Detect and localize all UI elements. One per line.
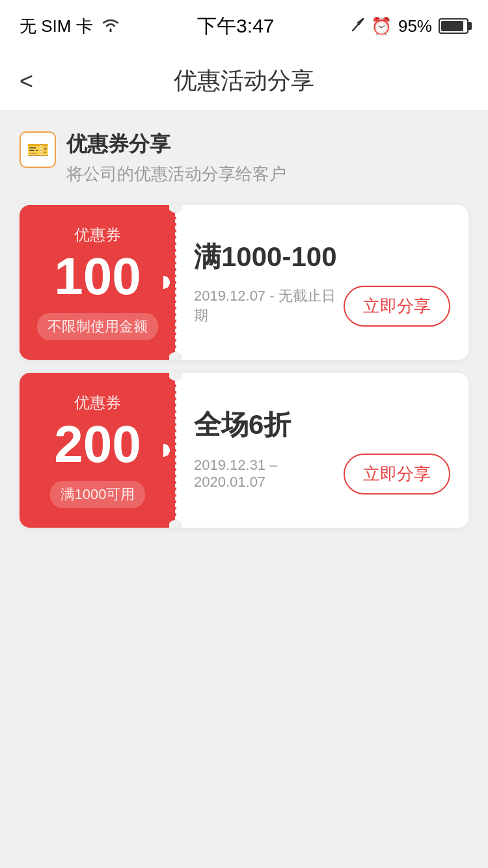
status-bar: 无 SIM 卡 下午3:47 ⏰ 95% [0,0,488,52]
main-background [0,547,488,868]
share-button-0[interactable]: 立即分享 [344,286,450,327]
coupon-card: 优惠券 100 不限制使用金额 满1000-100 2019.12.07 - 无… [20,205,468,360]
section-text: 优惠券分享 将公司的优惠活动分享给客户 [66,130,286,185]
alarm-icon: ⏰ [371,16,392,36]
coupon-name-1: 全场6折 [194,407,450,443]
battery-icon [439,18,468,34]
section-desc: 将公司的优惠活动分享给客户 [66,163,286,185]
coupon-date-0: 2019.12.07 - 无截止日期 [194,286,337,325]
page-title: 优惠活动分享 [174,65,314,97]
battery-percent: 95% [398,16,432,36]
coupon-name-0: 满1000-100 [194,239,450,275]
status-left: 无 SIM 卡 [20,15,120,38]
coupon-date-1: 2019.12.31 – 2020.01.07 [194,457,337,491]
nav-bar: < 优惠活动分享 [0,52,488,111]
coupon-condition-0: 不限制使用金额 [37,313,158,340]
coupon-label-0: 优惠券 [74,224,121,245]
back-button[interactable]: < [20,68,33,95]
status-time: 下午3:47 [197,13,274,40]
section-title: 优惠券分享 [66,130,286,159]
coupon-bottom-1: 2019.12.31 – 2020.01.07 立即分享 [194,454,450,495]
wifi-icon [101,16,120,36]
coupon-amount-1: 200 [54,418,141,470]
carrier-text: 无 SIM 卡 [20,15,93,38]
share-button-1[interactable]: 立即分享 [344,454,450,495]
coupon-condition-1: 满1000可用 [50,481,146,508]
status-right: ⏰ 95% [351,16,468,36]
section-icon: 🎫 [20,131,56,168]
coupon-amount-0: 100 [54,251,141,303]
coupon-left-0: 优惠券 100 不限制使用金额 [20,205,176,360]
coupon-bottom-0: 2019.12.07 - 无截止日期 立即分享 [194,286,450,327]
coupon-right-0: 满1000-100 2019.12.07 - 无截止日期 立即分享 [176,205,468,360]
coupon-left-1: 优惠券 200 满1000可用 [20,373,176,528]
coupon-right-1: 全场6折 2019.12.31 – 2020.01.07 立即分享 [176,373,468,528]
coupon-card: 优惠券 200 满1000可用 全场6折 2019.12.31 – 2020.0… [20,373,468,528]
coupon-list: 优惠券 100 不限制使用金额 满1000-100 2019.12.07 - 无… [0,198,488,547]
location-icon [351,16,364,36]
coupon-label-1: 优惠券 [74,392,121,413]
section-header: 🎫 优惠券分享 将公司的优惠活动分享给客户 [0,111,488,198]
